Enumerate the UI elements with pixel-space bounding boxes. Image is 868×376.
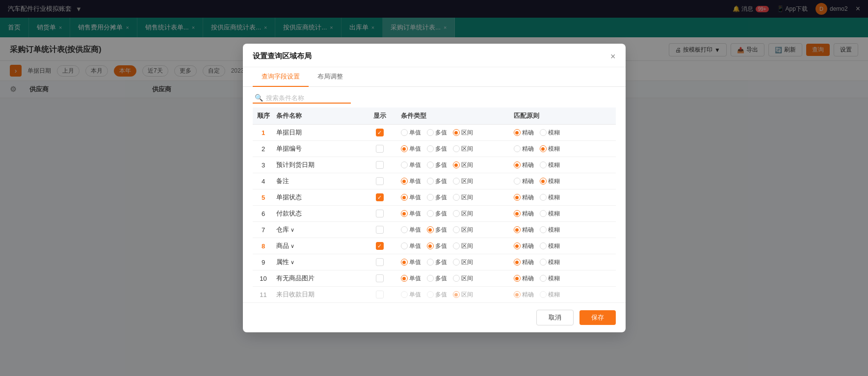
dialog-close-button[interactable]: ×: [610, 52, 616, 61]
search-input[interactable]: [266, 94, 349, 99]
search-wrapper: 🔍: [253, 93, 351, 98]
tab-query-fields[interactable]: 查询字段设置: [253, 67, 309, 87]
modal-overlay: 设置查询区域布局 × 查询字段设置 布局调整 🔍 顺序 条件名称 显示 条件类型…: [0, 0, 868, 98]
search-icon: 🔍: [255, 94, 263, 98]
dialog-title: 设置查询区域布局: [253, 52, 312, 61]
tab-layout-adjust[interactable]: 布局调整: [309, 67, 352, 87]
settings-dialog: 设置查询区域布局 × 查询字段设置 布局调整 🔍 顺序 条件名称 显示 条件类型…: [243, 44, 626, 98]
dialog-header: 设置查询区域布局 ×: [243, 44, 626, 67]
dialog-search-area: 🔍: [243, 87, 626, 98]
dialog-tabs: 查询字段设置 布局调整: [243, 67, 626, 87]
